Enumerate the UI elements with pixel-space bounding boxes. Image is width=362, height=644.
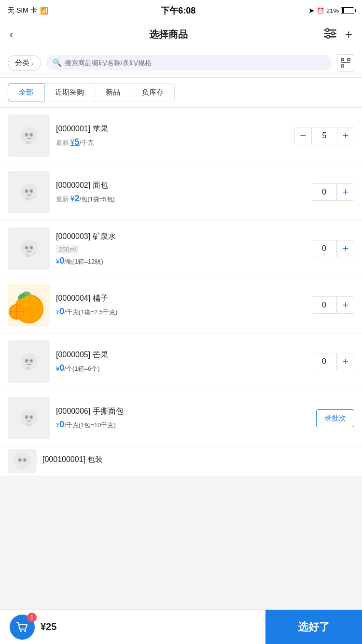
quantity-control: − + bbox=[294, 127, 354, 144]
scan-icon[interactable] bbox=[337, 54, 354, 71]
cart-icon[interactable]: 1 bbox=[10, 615, 35, 640]
svg-point-49 bbox=[26, 416, 28, 418]
nav-actions: + bbox=[324, 27, 352, 42]
quantity-input[interactable] bbox=[312, 296, 337, 314]
product-info: [0000006] 手撕面包 ¥0/千克(1包=10千克) bbox=[56, 406, 310, 430]
cart-total: ¥25 bbox=[41, 621, 56, 632]
filter-icon[interactable] bbox=[324, 28, 336, 42]
svg-text:智+: 智+ bbox=[26, 423, 31, 426]
svg-point-58 bbox=[24, 630, 26, 632]
product-name: [0000006] 手撕面包 bbox=[56, 406, 310, 417]
product-image: 智+ bbox=[8, 397, 50, 439]
list-item: [000100001] 包装 bbox=[0, 447, 362, 476]
increase-button[interactable]: + bbox=[337, 183, 354, 201]
cart-section: 1 ¥25 bbox=[0, 615, 265, 640]
product-image: 智+ bbox=[8, 171, 50, 213]
svg-point-14 bbox=[30, 134, 32, 136]
search-bar: 分类 › 🔍 bbox=[0, 48, 362, 78]
location-icon: ➤ bbox=[308, 6, 315, 15]
svg-rect-8 bbox=[341, 65, 344, 67]
svg-point-50 bbox=[30, 416, 32, 418]
product-spec: 250ml bbox=[56, 245, 79, 254]
product-info: [0000001] 苹果 最新 ¥5/千克 bbox=[56, 124, 289, 147]
wifi-icon: 📶 bbox=[40, 7, 48, 14]
confirm-button[interactable]: 选好了 bbox=[265, 610, 362, 644]
list-item: 智+ [0000001] 苹果 最新 ¥5/千克 − + bbox=[0, 108, 362, 164]
svg-point-19 bbox=[26, 190, 28, 192]
svg-point-43 bbox=[26, 360, 28, 362]
product-price: 最新 ¥5/千克 bbox=[56, 137, 289, 147]
batch-button[interactable]: 录批次 bbox=[316, 409, 354, 427]
search-icon: 🔍 bbox=[53, 58, 62, 67]
list-item: 智+ [0000006] 手撕面包 ¥0/千克(1包=10千克) 录批次 bbox=[0, 390, 362, 446]
back-button[interactable]: ‹ bbox=[10, 28, 13, 41]
product-list: 智+ [0000001] 苹果 最新 ¥5/千克 − + bbox=[0, 108, 362, 476]
search-input-wrapper: 🔍 bbox=[46, 55, 332, 70]
product-name: [0000005] 芒果 bbox=[56, 350, 306, 360]
tab-recent[interactable]: 近期采购 bbox=[44, 84, 95, 101]
batch-control: 录批次 bbox=[316, 409, 354, 427]
product-info: [0000003] 矿泉水 250ml ¥0/瓶(1箱=12瓶) bbox=[56, 232, 306, 266]
search-input[interactable] bbox=[65, 59, 325, 67]
increase-button[interactable]: + bbox=[337, 127, 354, 144]
status-time: 下午6:08 bbox=[161, 5, 195, 16]
page-title: 选择商品 bbox=[149, 28, 188, 41]
filter-tabs: 全部 近期采购 新品 负库存 bbox=[0, 78, 362, 108]
quantity-input[interactable] bbox=[312, 240, 337, 257]
chevron-right-icon: › bbox=[31, 59, 34, 67]
increase-button[interactable]: + bbox=[337, 240, 354, 257]
decrease-button[interactable]: − bbox=[294, 127, 312, 144]
tab-all[interactable]: 全部 bbox=[8, 84, 44, 101]
list-item: [0000004] 橘子 ¥0/千克(1箱=2.5千克) + bbox=[0, 277, 362, 333]
svg-text:智+: 智+ bbox=[26, 253, 31, 257]
product-name: [000100001] 包装 bbox=[42, 455, 354, 465]
product-name: [0000004] 橘子 bbox=[56, 294, 306, 304]
status-bar: 无 SIM 卡 📶 下午6:08 ➤ ⏰ 21% bbox=[0, 0, 362, 21]
list-item: 智+ [0000003] 矿泉水 250ml ¥0/瓶(1箱=12瓶) + bbox=[0, 221, 362, 277]
product-info: [0000004] 橘子 ¥0/千克(1箱=2.5千克) bbox=[56, 294, 306, 317]
svg-text:智+: 智+ bbox=[26, 140, 31, 144]
product-image bbox=[8, 284, 50, 326]
svg-point-26 bbox=[30, 247, 32, 249]
quantity-input[interactable] bbox=[312, 353, 337, 370]
battery-icon bbox=[341, 7, 354, 14]
quantity-input[interactable] bbox=[312, 183, 337, 201]
bottom-bar: 1 ¥25 选好了 bbox=[0, 609, 362, 644]
product-name: [0000001] 苹果 bbox=[56, 124, 289, 134]
nav-bar: ‹ 选择商品 + bbox=[0, 21, 362, 48]
product-name: [0000003] 矿泉水 bbox=[56, 232, 306, 242]
product-image: 智+ bbox=[8, 114, 50, 157]
svg-point-13 bbox=[26, 134, 28, 136]
svg-text:智+: 智+ bbox=[26, 197, 31, 200]
svg-point-20 bbox=[30, 190, 32, 192]
increase-button[interactable]: + bbox=[337, 353, 354, 370]
tab-new[interactable]: 新品 bbox=[95, 84, 131, 101]
cart-badge: 1 bbox=[27, 613, 37, 622]
product-price: ¥0/个(1箱=6个) bbox=[56, 363, 306, 373]
svg-text:智+: 智+ bbox=[26, 366, 31, 370]
svg-point-57 bbox=[20, 630, 22, 632]
list-item: 智+ [0000002] 面包 最新 ¥2/包(1袋=5包) + bbox=[0, 164, 362, 220]
status-right: ➤ ⏰ 21% bbox=[308, 6, 354, 15]
svg-point-52 bbox=[14, 452, 31, 470]
svg-rect-7 bbox=[348, 58, 350, 61]
svg-point-44 bbox=[30, 360, 32, 362]
quantity-input[interactable] bbox=[312, 127, 337, 144]
svg-point-3 bbox=[326, 28, 329, 31]
svg-point-5 bbox=[327, 35, 330, 38]
status-carrier: 无 SIM 卡 📶 bbox=[8, 6, 48, 15]
svg-point-56 bbox=[24, 459, 26, 461]
product-image: 智+ bbox=[8, 227, 50, 270]
quantity-control: + bbox=[312, 353, 354, 370]
product-name: [0000002] 面包 bbox=[56, 181, 306, 191]
list-item: 智+ [0000005] 芒果 ¥0/个(1箱=6个) + bbox=[0, 334, 362, 390]
product-price: ¥0/瓶(1箱=12瓶) bbox=[56, 256, 306, 266]
tab-negative-stock[interactable]: 负库存 bbox=[131, 84, 175, 101]
alarm-icon: ⏰ bbox=[317, 7, 324, 14]
product-info: [000100001] 包装 bbox=[42, 455, 354, 468]
product-info: [0000005] 芒果 ¥0/个(1箱=6个) bbox=[56, 350, 306, 373]
add-button[interactable]: + bbox=[345, 27, 352, 42]
increase-button[interactable]: + bbox=[337, 296, 354, 314]
product-image: 智+ bbox=[8, 340, 50, 383]
category-button[interactable]: 分类 › bbox=[8, 55, 41, 71]
